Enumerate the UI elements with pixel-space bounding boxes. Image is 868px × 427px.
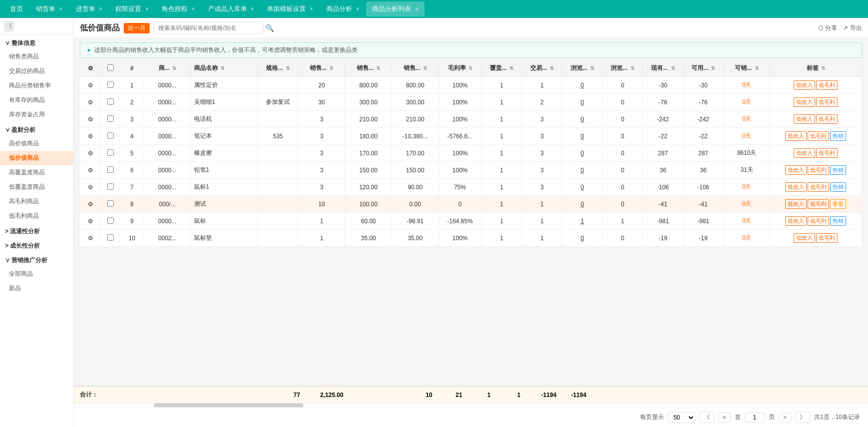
sidebar-item-new-goods[interactable]: 新品 bbox=[0, 281, 73, 296]
row-checkbox[interactable] bbox=[101, 77, 120, 94]
views-link[interactable]: 1 bbox=[581, 218, 584, 225]
nav-template[interactable]: 单据模板设置 × bbox=[261, 1, 319, 16]
row-select-checkbox[interactable] bbox=[107, 166, 114, 173]
row-select-checkbox[interactable] bbox=[107, 217, 114, 224]
sidebar-item-high-coverage[interactable]: 高覆盖度商品 bbox=[0, 165, 73, 180]
sidebar-section-growth[interactable]: > 成长性分析 bbox=[0, 238, 73, 252]
row-select-checkbox[interactable] bbox=[107, 98, 114, 105]
col-views2[interactable]: 浏览... ⇅ bbox=[603, 60, 643, 77]
row-views1[interactable]: 0 bbox=[562, 179, 603, 196]
row-select-checkbox[interactable] bbox=[107, 149, 114, 156]
sidebar-item-all-goods[interactable]: 全部商品 bbox=[0, 267, 73, 281]
col-coverage[interactable]: 覆盖... ⇅ bbox=[481, 60, 522, 77]
col-tags[interactable]: 标签 ⇅ bbox=[770, 60, 862, 77]
row-views1[interactable]: 0 bbox=[562, 77, 603, 94]
views-link[interactable]: 0 bbox=[581, 116, 584, 123]
row-gear[interactable]: ⚙ bbox=[80, 196, 101, 213]
nav-roles[interactable]: 角色授权 × bbox=[156, 1, 201, 16]
sidebar-section-circulation[interactable]: > 流通性分析 bbox=[0, 223, 73, 238]
nav-home[interactable]: 首页 bbox=[4, 1, 29, 16]
row-gear[interactable]: ⚙ bbox=[80, 230, 101, 247]
row-views1[interactable]: 0 bbox=[562, 94, 603, 111]
nav-analysis[interactable]: 商品分析 × bbox=[320, 1, 366, 16]
row-checkbox[interactable] bbox=[101, 128, 120, 145]
col-current-stock[interactable]: 现有... ⇅ bbox=[643, 60, 683, 77]
sidebar-collapse-btn[interactable]: 《 bbox=[4, 21, 14, 31]
select-all-checkbox[interactable] bbox=[107, 64, 114, 71]
sidebar-item-high-profit[interactable]: 高毛利商品 bbox=[0, 194, 73, 209]
table-wrap[interactable]: ⚙ # 商... ⇅ 商品名称 ⇅ 规格... ⇅ 销售... ⇅ 销售... … bbox=[74, 60, 868, 386]
row-views1[interactable]: 0 bbox=[562, 230, 603, 247]
share-button[interactable]: ⬡ 分享 bbox=[818, 24, 837, 32]
row-checkbox[interactable] bbox=[101, 179, 120, 196]
row-checkbox[interactable] bbox=[101, 196, 120, 213]
col-gross-rate[interactable]: 毛利率 ⇅ bbox=[438, 60, 481, 77]
row-gear[interactable]: ⚙ bbox=[80, 94, 101, 111]
search-icon[interactable]: 🔍 bbox=[265, 24, 274, 32]
row-checkbox[interactable] bbox=[101, 111, 120, 128]
views-link[interactable]: 0 bbox=[581, 167, 584, 174]
col-select-all[interactable] bbox=[101, 60, 120, 77]
row-gear[interactable]: ⚙ bbox=[80, 179, 101, 196]
sidebar-item-traded-goods[interactable]: 交易过的商品 bbox=[0, 64, 73, 78]
row-gear[interactable]: ⚙ bbox=[80, 145, 101, 162]
search-input[interactable] bbox=[154, 22, 263, 34]
nav-purchase[interactable]: 进货单 × bbox=[70, 1, 109, 16]
sidebar-section-marketing[interactable]: ∨ 营销推广分析 bbox=[0, 252, 73, 267]
sidebar-item-high-value[interactable]: 高价值商品 bbox=[0, 136, 73, 151]
sidebar-item-in-stock[interactable]: 有库存的商品 bbox=[0, 93, 73, 107]
views-link[interactable]: 0 bbox=[581, 184, 584, 191]
sidebar-item-sales-goods[interactable]: 销售类商品 bbox=[0, 49, 73, 64]
sidebar-item-low-profit[interactable]: 低毛利商品 bbox=[0, 209, 73, 223]
row-select-checkbox[interactable] bbox=[107, 115, 114, 122]
last-page-btn[interactable]: 》 bbox=[795, 412, 810, 423]
sidebar-item-low-coverage[interactable]: 低覆盖度商品 bbox=[0, 180, 73, 194]
row-views1[interactable]: 0 bbox=[562, 111, 603, 128]
row-select-checkbox[interactable] bbox=[107, 200, 114, 207]
col-views1[interactable]: 浏览... ⇅ bbox=[562, 60, 603, 77]
row-checkbox[interactable] bbox=[101, 213, 120, 230]
col-code[interactable]: 商... ⇅ bbox=[144, 60, 191, 77]
nav-analysis-list[interactable]: 商品分析列表 × bbox=[366, 1, 425, 16]
page-size-select[interactable]: 50 100 200 bbox=[668, 412, 695, 423]
row-select-checkbox[interactable] bbox=[107, 183, 114, 190]
row-checkbox[interactable] bbox=[101, 162, 120, 179]
row-select-checkbox[interactable] bbox=[107, 81, 114, 88]
first-page-btn[interactable]: 《 bbox=[699, 412, 714, 423]
row-gear[interactable]: ⚙ bbox=[80, 111, 101, 128]
horizontal-scrollbar[interactable] bbox=[154, 404, 303, 407]
row-select-checkbox[interactable] bbox=[107, 132, 114, 139]
next-page-btn[interactable]: > bbox=[779, 413, 791, 423]
views-link[interactable]: 0 bbox=[581, 150, 584, 157]
sidebar-section-overview[interactable]: ∨ 整体信息 bbox=[0, 35, 73, 49]
col-saleable-days[interactable]: 可销... ⇅ bbox=[723, 60, 770, 77]
col-sales-amount[interactable]: 销售... ⇅ bbox=[392, 60, 438, 77]
row-views1[interactable]: 0 bbox=[562, 145, 603, 162]
page-number-input[interactable] bbox=[745, 413, 765, 423]
col-name[interactable]: 商品名称 ⇅ bbox=[191, 60, 257, 77]
row-views1[interactable]: 0 bbox=[562, 128, 603, 145]
sidebar-item-low-value[interactable]: 低价值商品 bbox=[0, 151, 73, 165]
nav-warehouse[interactable]: 产成品入库单 × bbox=[202, 1, 260, 16]
views-link[interactable]: 0 bbox=[581, 201, 584, 208]
row-checkbox[interactable] bbox=[101, 94, 120, 111]
row-checkbox[interactable] bbox=[101, 145, 120, 162]
row-select-checkbox[interactable] bbox=[107, 234, 114, 241]
sidebar-item-category-rate[interactable]: 商品分类销售率 bbox=[0, 78, 73, 93]
col-sales-price[interactable]: 销售... ⇅ bbox=[345, 60, 392, 77]
views-link[interactable]: 0 bbox=[581, 99, 584, 106]
row-views1[interactable]: 1 bbox=[562, 213, 603, 230]
date-badge[interactable]: 近一月 bbox=[124, 23, 150, 33]
nav-sales[interactable]: 销货单 × bbox=[30, 1, 69, 16]
row-gear[interactable]: ⚙ bbox=[80, 128, 101, 145]
prev-page-btn[interactable]: < bbox=[718, 413, 731, 423]
sidebar-section-profit[interactable]: ∨ 盈财分析 bbox=[0, 122, 73, 136]
views-link[interactable]: 0 bbox=[581, 235, 584, 242]
row-checkbox[interactable] bbox=[101, 230, 120, 247]
col-sales-qty[interactable]: 销售... ⇅ bbox=[298, 60, 345, 77]
nav-permissions[interactable]: 权限设置 × bbox=[109, 1, 155, 16]
row-views1[interactable]: 0 bbox=[562, 162, 603, 179]
col-spec[interactable]: 规格... ⇅ bbox=[257, 60, 298, 77]
col-gear[interactable]: ⚙ bbox=[80, 60, 101, 77]
row-gear[interactable]: ⚙ bbox=[80, 162, 101, 179]
